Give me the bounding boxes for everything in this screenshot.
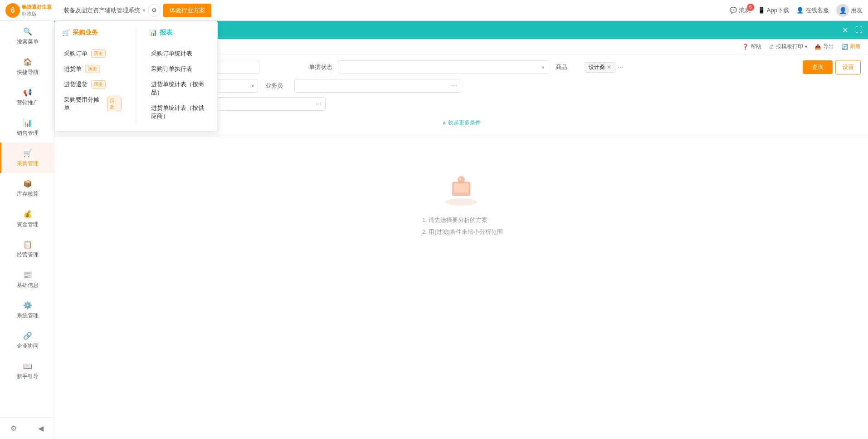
customer-dots[interactable]: ··· — [316, 100, 322, 108]
gear-button[interactable]: ⚙ — [148, 4, 161, 17]
purchase-dropdown-menu: 🛒 采购业务 采购订单 历史 进货单 历史 进货退货 历史 采购费用分摊单 历史… — [54, 21, 218, 132]
system-title: 装备及固定资产辅助管理系统 ▾ ⚙ 体验行业方案 — [63, 4, 726, 17]
salesman-dots[interactable]: ··· — [451, 82, 457, 90]
basic-icon: 📰 — [23, 270, 33, 280]
industry-button[interactable]: 体验行业方案 — [163, 4, 211, 17]
tab-right-actions: ✕ ⛶ — [840, 24, 864, 36]
sidebar-item-guide[interactable]: 📖 新手引导 — [0, 355, 54, 386]
phone-icon: 📱 — [758, 7, 765, 14]
print-action[interactable]: 🖨 按模板打印 ▾ — [769, 43, 807, 50]
refresh-icon: 🔄 — [841, 44, 848, 50]
help-icon: ❓ — [742, 44, 749, 50]
history-badge-1: 历史 — [91, 49, 106, 58]
filter-salesman-item: 业务员 ··· — [265, 79, 462, 93]
sidebar-item-finance[interactable]: 💰 资金管理 — [0, 203, 54, 234]
print-icon: 🖨 — [769, 44, 774, 50]
app-logo: 6 — [5, 3, 20, 18]
menu-item-order-stats[interactable]: 采购订单统计表 — [149, 46, 210, 61]
menu-report-title: 📊 报表 — [149, 29, 210, 40]
purchase-icon: 🛒 — [23, 148, 33, 158]
svg-point-4 — [459, 178, 461, 180]
tab-close-page-btn[interactable]: ✕ — [840, 24, 850, 36]
doc-status-select[interactable]: ▾ — [338, 60, 549, 74]
salesman-label: 业务员 — [265, 82, 291, 90]
date-to-input[interactable]: 2024-12-31 — [214, 61, 259, 74]
sidebar-item-marketing[interactable]: 📢 营销推广 — [0, 82, 54, 112]
system-dropdown-arrow[interactable]: ▾ — [143, 8, 145, 13]
menu-business-title: 🛒 采购业务 — [62, 29, 123, 40]
sidebar-item-basic[interactable]: 📰 基础信息 — [0, 264, 54, 295]
salesman-select[interactable]: ··· — [294, 79, 462, 93]
goods-more-btn[interactable]: ··· — [617, 63, 623, 71]
filter-doc-status-item: 单据状态 ▾ — [309, 60, 549, 74]
export-action[interactable]: 📤 导出 — [814, 43, 834, 50]
sidebar-collapse-btn[interactable]: ◀ — [36, 422, 45, 434]
action-buttons: 查询 设置 — [803, 60, 861, 74]
message-button[interactable]: 💬 消息 6 — [730, 6, 751, 15]
system-icon: ⚙️ — [23, 300, 33, 310]
marketing-icon: 📢 — [23, 87, 33, 97]
empty-text: 请先选择要分析的方案 用[过滤]条件来缩小分析范围 — [419, 214, 502, 238]
avatar: 👤 — [836, 4, 849, 17]
operations-icon: 📋 — [23, 239, 33, 249]
menu-business-section: 🛒 采购业务 采购订单 历史 进货单 历史 进货退货 历史 采购费用分摊单 历史 — [62, 29, 123, 124]
empty-state: 请先选择要分析的方案 用[过滤]条件来缩小分析范围 — [54, 136, 868, 274]
sidebar-item-system[interactable]: ⚙️ 系统管理 — [0, 295, 54, 325]
rank-select-arrow: ▾ — [252, 84, 254, 89]
filter-goods-item: 商品 设计桑 ✕ ··· — [556, 62, 795, 73]
history-badge-3: 历史 — [91, 80, 106, 89]
sidebar-item-operations[interactable]: 📋 经营管理 — [0, 234, 54, 264]
top-right-actions: 💬 消息 6 📱 App下载 👤 在线客服 👤 用友 — [730, 4, 863, 17]
sidebar-settings-btn[interactable]: ⚙ — [9, 422, 19, 434]
menu-item-receipt-by-goods[interactable]: 进货单统计表（按商品） — [149, 77, 210, 100]
sidebar-item-inventory[interactable]: 📦 库存核算 — [0, 173, 54, 203]
enterprise-icon: 🔗 — [23, 330, 33, 340]
logo-text: 畅捷通好生意 标准版 — [22, 4, 52, 17]
goods-tag-close[interactable]: ✕ — [607, 64, 611, 70]
menu-item-expense[interactable]: 采购费用分摊单 历史 — [62, 92, 123, 116]
logo-area: 6 畅捷通好生意 标准版 — [5, 3, 60, 18]
message-badge: 6 — [747, 4, 754, 11]
guide-icon: 📖 — [23, 361, 33, 371]
inventory-icon: 📦 — [23, 178, 33, 188]
top-bar: 6 畅捷通好生意 标准版 装备及固定资产辅助管理系统 ▾ ⚙ 体验行业方案 💬 … — [0, 0, 868, 21]
menu-report-section: 📊 报表 采购订单统计表 采购订单执行表 进货单统计表（按商品） 进货单统计表（… — [149, 29, 210, 124]
search-icon: 🔍 — [23, 26, 33, 36]
sidebar-item-search[interactable]: 🔍 搜索菜单 — [0, 21, 54, 51]
sidebar-item-purchase[interactable]: 🛒 采购管理 — [0, 143, 54, 173]
online-service-button[interactable]: 👤 在线客服 — [796, 6, 829, 15]
message-icon: 💬 — [730, 7, 737, 14]
menu-item-purchase-order[interactable]: 采购订单 历史 — [62, 46, 123, 61]
svg-point-0 — [445, 198, 477, 206]
report-section-icon: 📊 — [149, 29, 157, 36]
sidebar-item-quick-nav[interactable]: 🏠 快捷导航 — [0, 51, 54, 82]
svg-rect-2 — [454, 183, 468, 192]
query-button[interactable]: 查询 — [803, 60, 833, 74]
menu-item-receipt-by-supplier[interactable]: 进货单统计表（按供应商） — [149, 100, 210, 124]
history-badge-4: 历史 — [107, 97, 121, 111]
sidebar-item-enterprise[interactable]: 🔗 企业协同 — [0, 325, 54, 355]
sidebar-bottom: ⚙ ◀ — [0, 417, 54, 439]
doc-status-label: 单据状态 — [309, 63, 334, 71]
select-arrow: ▾ — [542, 65, 544, 70]
menu-item-order-exec[interactable]: 采购订单执行表 — [149, 61, 210, 77]
menu-vertical-divider — [136, 29, 137, 124]
tab-fullscreen-btn[interactable]: ⛶ — [853, 24, 864, 36]
sidebar: 🔍 搜索菜单 🏠 快捷导航 📢 营销推广 📊 销售管理 🛒 采购管理 📦 库存核… — [0, 21, 54, 439]
user-button[interactable]: 👤 用友 — [836, 4, 863, 17]
help-action[interactable]: ❓ 帮助 — [742, 43, 761, 50]
home-icon: 🏠 — [23, 57, 33, 67]
service-icon: 👤 — [796, 7, 804, 14]
refresh-action[interactable]: 🔄 刷新 — [841, 43, 861, 50]
history-badge-2: 历史 — [85, 65, 100, 73]
collapse-icon: ∧ — [442, 120, 446, 126]
sales-icon: 📊 — [23, 118, 33, 128]
sidebar-item-sales[interactable]: 📊 销售管理 — [0, 112, 54, 143]
print-dropdown-arrow[interactable]: ▾ — [805, 44, 807, 49]
settings-button[interactable]: 设置 — [835, 60, 861, 74]
menu-item-return[interactable]: 进货退货 历史 — [62, 77, 123, 92]
svg-point-3 — [458, 176, 465, 183]
app-download-button[interactable]: 📱 App下载 — [758, 6, 789, 15]
purchase-section-icon: 🛒 — [62, 29, 70, 36]
menu-item-receipt[interactable]: 进货单 历史 — [62, 61, 123, 77]
